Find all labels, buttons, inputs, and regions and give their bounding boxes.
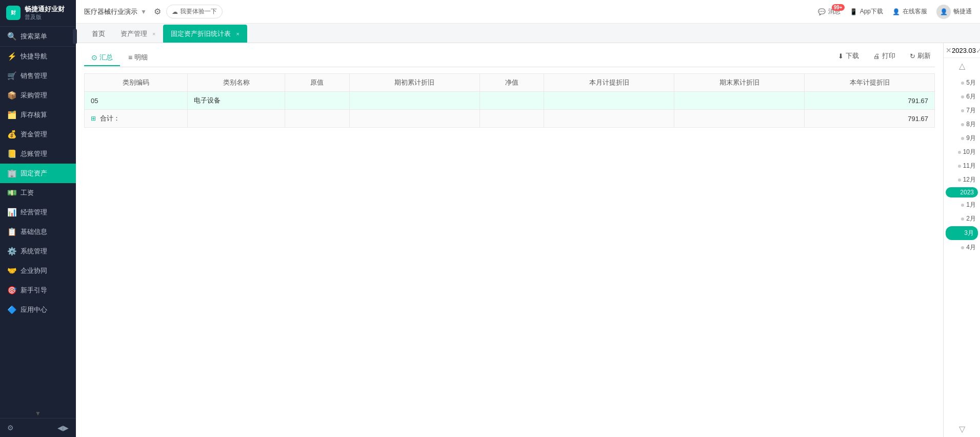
total-initial-accumulated	[349, 110, 479, 128]
messages-badge: 99+	[832, 4, 845, 11]
app-name: 畅捷通好业财	[25, 5, 65, 13]
tab-depreciation-report-close[interactable]: ×	[236, 31, 239, 37]
tab-depreciation-report-label: 固定资产折旧统计表	[171, 29, 231, 38]
sidebar-item-salary[interactable]: 💵 工资	[0, 183, 76, 203]
month-item-5[interactable]: 5月	[944, 76, 980, 90]
tab-asset-management-close[interactable]: ×	[152, 31, 155, 37]
sidebar-scroll-down-indicator: ▼	[35, 410, 41, 417]
system-icon: ⚙️	[7, 247, 16, 256]
tab-home[interactable]: 首页	[84, 25, 113, 43]
tab-asset-management-label: 资产管理	[121, 29, 147, 38]
month-list: 5月 6月 7月 8月 9月	[944, 74, 980, 421]
month-item-2023-3[interactable]: 3月	[946, 226, 978, 240]
sidebar-item-sales[interactable]: 🛒 销售管理	[0, 66, 76, 86]
app-title-group: 畅捷通好业财 普及版	[25, 5, 65, 21]
panel-nav-down-button[interactable]: ▽	[944, 421, 980, 437]
main-area: 医疗器械行业演示 ▼ ⚙ ☁ 我要体验一下 💬 消息 99+ 📱 App下载 👤…	[76, 0, 980, 437]
month-dot-2023-1	[961, 204, 964, 207]
sidebar-item-enterprise[interactable]: 🤝 企业协同	[0, 261, 76, 281]
month-item-7[interactable]: 7月	[944, 104, 980, 117]
sidebar-item-purchase[interactable]: 📦 采购管理	[0, 86, 76, 105]
total-net-value	[479, 110, 544, 128]
download-button[interactable]: ⬇ 下载	[834, 49, 863, 63]
month-label-5: 5月	[966, 78, 976, 87]
month-dot-2023-4	[961, 246, 964, 249]
messages-button[interactable]: 💬 消息 99+	[818, 7, 841, 16]
total-row: ⊞ 合计： 791.67	[85, 110, 935, 128]
year-marker-2023[interactable]: 2023	[946, 187, 978, 197]
app-center-label: 应用中心	[21, 305, 47, 314]
app-download-button[interactable]: 📱 App下载	[850, 7, 883, 16]
tab-depreciation-report[interactable]: 固定资产折旧统计表 ×	[163, 25, 247, 43]
quicknav-icon: ⚡	[7, 52, 16, 61]
finance-icon: 💰	[7, 130, 16, 139]
sub-tab-detail[interactable]: ≡ 明细	[121, 50, 155, 66]
panel-close-button[interactable]: ✕	[946, 46, 952, 54]
month-item-2023-2[interactable]: 2月	[944, 212, 980, 226]
inventory-icon: 🗂️	[7, 110, 16, 120]
salary-label: 工资	[21, 188, 34, 197]
month-item-8[interactable]: 8月	[944, 117, 980, 131]
online-service-button[interactable]: 👤 在线客服	[892, 7, 927, 16]
sidebar-nav: 🛒 销售管理 📦 采购管理 🗂️ 库存核算 💰 资金管理 📒 总账管理 🏢 固定…	[0, 66, 76, 408]
month-item-9[interactable]: 9月	[944, 131, 980, 145]
refresh-button[interactable]: ↻ 刷新	[906, 49, 935, 63]
col-header-net-value: 净值	[479, 74, 544, 92]
sidebar-item-search[interactable]: 🔍 搜索菜单	[0, 27, 76, 47]
app-download-label: App下载	[860, 7, 883, 16]
guide-label: 新手引导	[21, 286, 47, 295]
user-area[interactable]: 👤 畅捷通	[936, 5, 972, 19]
print-button[interactable]: 🖨 打印	[869, 49, 899, 63]
sidebar-item-fixed-assets[interactable]: 🏢 固定资产	[0, 164, 76, 183]
sidebar-item-inventory[interactable]: 🗂️ 库存核算	[0, 105, 76, 125]
guide-icon: 🎯	[7, 286, 16, 295]
collapse-sidebar-icon[interactable]: ◀▶	[57, 424, 69, 432]
tab-home-label: 首页	[92, 29, 105, 38]
month-item-2023-1[interactable]: 1月	[944, 198, 980, 212]
total-current-year: 791.67	[805, 110, 935, 128]
sub-tab-summary[interactable]: ⊙ 汇总	[84, 50, 120, 66]
print-icon: 🖨	[873, 52, 880, 60]
table-toolbar: ⬇ 下载 🖨 打印 ↻ 刷新	[834, 49, 935, 63]
topbar-settings-icon[interactable]: ⚙	[154, 7, 161, 16]
month-label-2023-1: 1月	[966, 201, 976, 209]
online-service-label: 在线客服	[903, 7, 927, 16]
detail-tab-label: 明细	[134, 53, 148, 62]
settings-footer-icon[interactable]: ⚙	[7, 424, 14, 432]
download-label: 下载	[846, 51, 859, 61]
panel-expand-button[interactable]: ⤢	[976, 46, 980, 54]
experience-button[interactable]: ☁ 我要体验一下	[166, 5, 223, 18]
cell-net-value	[479, 92, 544, 110]
col-header-current-year: 本年计提折旧	[805, 74, 935, 92]
month-item-6[interactable]: 6月	[944, 90, 980, 104]
sidebar-item-quicknav[interactable]: ⚡ 快捷导航	[0, 47, 76, 66]
month-item-11[interactable]: 11月	[944, 159, 980, 173]
sidebar-item-finance[interactable]: 💰 资金管理	[0, 125, 76, 144]
sidebar-item-app-center[interactable]: 🔷 应用中心	[0, 300, 76, 320]
month-label-2023-2: 2月	[966, 214, 976, 223]
enterprise-label: 企业协同	[21, 266, 47, 275]
detail-tab-icon: ≡	[128, 53, 132, 62]
content-main: ⊙ 汇总 ≡ 明细 ⬇ 下载 🖨 打印	[76, 43, 943, 437]
topbar: 医疗器械行业演示 ▼ ⚙ ☁ 我要体验一下 💬 消息 99+ 📱 App下载 👤…	[76, 0, 980, 24]
month-item-10[interactable]: 10月	[944, 145, 980, 159]
cell-name: 电子设备	[188, 92, 285, 110]
sidebar-item-ledger[interactable]: 📒 总账管理	[0, 144, 76, 164]
tab-asset-management[interactable]: 资产管理 ×	[113, 25, 163, 43]
month-item-12[interactable]: 12月	[944, 173, 980, 187]
company-selector[interactable]: 医疗器械行业演示 ▼	[84, 7, 147, 16]
sidebar-scrollbar[interactable]	[73, 29, 77, 44]
panel-nav-up-button[interactable]: △	[944, 58, 980, 74]
sidebar-item-basic-info[interactable]: 📋 基础信息	[0, 222, 76, 242]
month-label-8: 8月	[966, 120, 976, 129]
user-avatar: 👤	[936, 5, 951, 19]
sidebar-item-guide[interactable]: 🎯 新手引导	[0, 281, 76, 300]
month-item-2023-4[interactable]: 4月	[944, 241, 980, 254]
right-panel-header: ✕ 2023.03 ⤢	[944, 43, 980, 58]
col-header-name: 类别名称	[188, 74, 285, 92]
sales-icon: 🛒	[7, 71, 16, 81]
app-center-icon: 🔷	[7, 305, 16, 314]
purchase-label: 采购管理	[21, 91, 47, 100]
sidebar-item-operations[interactable]: 📊 经营管理	[0, 203, 76, 222]
sidebar-item-system[interactable]: ⚙️ 系统管理	[0, 242, 76, 261]
